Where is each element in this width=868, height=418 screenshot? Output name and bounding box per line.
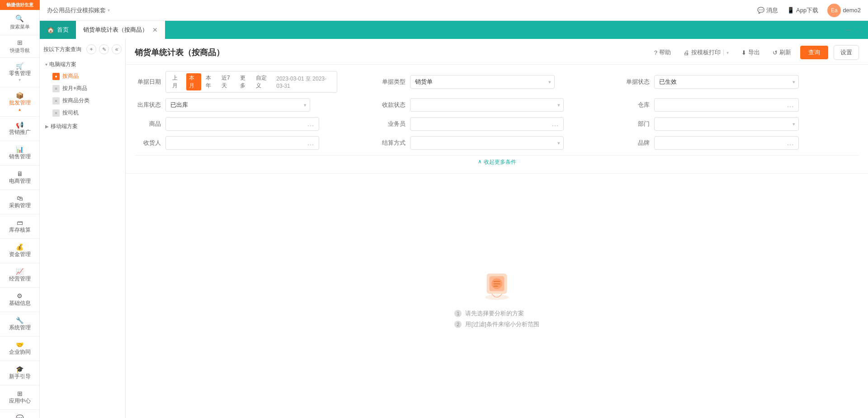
export-button[interactable]: ⬇ 导出: [738, 47, 764, 58]
stock-status-select[interactable]: 已出库: [165, 98, 310, 112]
date-more[interactable]: 更多: [238, 73, 251, 90]
app-download-label: App下载: [796, 6, 818, 14]
sidebar-item-app-center[interactable]: ⊞ 应用中心: [0, 385, 39, 410]
page-actions: ? 帮助 🖨 按模板打印 ▾ ⬇ 导出 ↺ 刷新: [651, 45, 859, 60]
sidebar-label: 企业协同: [9, 348, 31, 356]
sidebar-item-enterprise[interactable]: 🤝 企业协同: [0, 337, 39, 361]
query-button[interactable]: 查询: [800, 46, 828, 59]
sidebar-item-wholesale[interactable]: 📦 批发管理 ▴: [0, 87, 39, 117]
sidebar-item-retail[interactable]: 🛒 零售管理 ▾: [0, 58, 39, 87]
maximize-button[interactable]: ⛶: [855, 26, 863, 33]
date-filter[interactable]: 上月 本月 本年 近7天 更多 自定义 2023-03-01 至 2023-03…: [165, 71, 337, 93]
left-panel: 按以下方案查询 + ✎ « ▾ 电脑端方案 ● 按商品 ≡ 按月: [40, 39, 126, 418]
product-label: 商品: [135, 120, 165, 128]
sidebar: 畅捷信好生意 🔍 搜索菜单 ⊞ 快捷导航 🛒 零售管理 ▾ 📦 批发管理 ▴ 📢…: [0, 0, 40, 418]
filter-row-1: 单据日期 上月 本月 本年 近7天 更多 自定义 2023-03-01 至 20…: [135, 71, 859, 93]
brand-dots-icon[interactable]: …: [787, 139, 794, 147]
sidebar-item-operations[interactable]: 📈 经营管理: [0, 263, 39, 288]
sidebar-item-marketing[interactable]: 📢 营销推广: [0, 117, 39, 141]
date-custom[interactable]: 自定义: [254, 73, 272, 90]
sidebar-quick-nav[interactable]: ⊞ 快捷导航: [0, 35, 39, 58]
sidebar-label: 电商管理: [9, 177, 31, 185]
payment-method-label: 结算方式: [379, 139, 410, 147]
help-label: 帮助: [659, 48, 671, 57]
left-panel-icons: + ✎ «: [86, 44, 122, 54]
sidebar-label: 库存核算: [9, 226, 31, 234]
department-select[interactable]: [654, 117, 799, 131]
warehouse-label: 仓库: [623, 101, 654, 109]
salesperson-dots-icon[interactable]: …: [552, 120, 559, 128]
header-right: 💬 消息 📱 App下载 Ea demo2: [757, 4, 861, 17]
sidebar-item-finance[interactable]: 💰 资金管理: [0, 239, 39, 263]
sidebar-item-newbie[interactable]: 🎓 新手引导: [0, 361, 39, 385]
date-7days[interactable]: 近7天: [220, 73, 236, 90]
edit-scheme-button[interactable]: ✎: [99, 44, 109, 54]
sidebar-search[interactable]: 🔍 搜索菜单: [0, 10, 39, 35]
left-panel-title: 按以下方案查询: [43, 46, 81, 53]
main-content: 办公用品行业模拟账套 ▾ 💬 消息 📱 App下载 Ea demo2 🏠 首页: [40, 0, 868, 418]
stock-status-label: 出库状态: [135, 101, 165, 109]
print-button[interactable]: 🖨 按模板打印 ▾: [680, 47, 732, 58]
sidebar-item-basic[interactable]: ⚙ 基础信息: [0, 288, 39, 312]
svg-rect-4: [494, 281, 500, 282]
date-this-month[interactable]: 本月: [186, 73, 201, 90]
app-download-button[interactable]: 📱 App下载: [787, 6, 818, 14]
tree-arrow-right-icon: ▶: [45, 124, 49, 129]
sidebar-item-sales[interactable]: 📊 销售管理: [0, 141, 39, 166]
messages-button[interactable]: 💬 消息: [757, 6, 778, 14]
by-month-product-label: 按月+商品: [62, 85, 87, 92]
empty-tip-2: 2 用[过滤]条件来缩小分析范围: [454, 320, 539, 328]
export-icon: ⬇: [741, 49, 746, 56]
sidebar-item-purchase[interactable]: 🛍 采购管理: [0, 190, 39, 214]
refresh-button[interactable]: ↺ 刷新: [769, 47, 795, 58]
date-this-year[interactable]: 本年: [204, 73, 217, 90]
tab-sales-stats[interactable]: 销货单统计表（按商品） ✕: [76, 21, 165, 39]
tree-child-by-cashier[interactable]: ≡ 按司机: [43, 107, 122, 119]
industry-dropdown[interactable]: 办公用品行业模拟账套 ▾: [47, 6, 110, 14]
dropdown-arrow-icon: ▾: [108, 8, 110, 13]
tree-child-by-category[interactable]: ≡ 按商品分类: [43, 95, 122, 107]
tab-home[interactable]: 🏠 首页: [40, 21, 76, 39]
tree-child-by-product[interactable]: ● 按商品: [43, 70, 122, 82]
sidebar-item-system[interactable]: 🔧 系统管理: [0, 312, 39, 337]
filter-area: 单据日期 上月 本月 本年 近7天 更多 自定义 2023-03-01 至 20…: [126, 65, 868, 174]
help-button[interactable]: ? 帮助: [651, 47, 675, 58]
collapse-label: 收起更多条件: [484, 158, 516, 166]
left-panel-header: 按以下方案查询 + ✎ «: [43, 44, 122, 54]
tree-child-by-month-product[interactable]: ≡ 按月+商品: [43, 82, 122, 95]
search-label: 搜索菜单: [10, 24, 30, 30]
doctype-label: 单据类型: [379, 78, 410, 86]
basic-icon: ⚙: [17, 292, 23, 299]
by-month-product-icon: ≡: [52, 85, 60, 92]
settings-button[interactable]: 设置: [834, 45, 859, 60]
doctype-value: 销货单: [415, 78, 433, 86]
retail-icon: 🛒: [16, 62, 24, 70]
sidebar-item-wechat[interactable]: 💬 企业微信: [0, 410, 39, 418]
department-label: 部门: [623, 120, 654, 128]
tab-home-label: 首页: [57, 26, 69, 34]
sidebar-item-ecommerce[interactable]: 🖥 电商管理: [0, 166, 39, 190]
user-avatar[interactable]: Ea demo2: [827, 4, 861, 17]
tree-mobile-parent[interactable]: ▶ 移动端方案: [43, 121, 122, 132]
empty-illustration: [476, 263, 517, 304]
doctype-select[interactable]: 销货单: [410, 75, 555, 89]
messages-label: 消息: [766, 6, 778, 14]
sidebar-item-inventory[interactable]: 🗃 库存核算: [0, 214, 39, 239]
print-divider: [723, 49, 724, 56]
tip-num-2: 2: [454, 321, 462, 328]
minimize-button[interactable]: —: [844, 26, 852, 33]
department-select-wrap: ▾: [654, 117, 799, 131]
receiver-dots-icon[interactable]: …: [307, 139, 314, 147]
payment-method-select[interactable]: [410, 136, 564, 150]
date-last-month[interactable]: 上月: [170, 73, 184, 90]
add-scheme-button[interactable]: +: [86, 44, 96, 54]
collapse-panel-button[interactable]: «: [112, 44, 122, 54]
tab-bar: 🏠 首页 销货单统计表（按商品） ✕ — ⛶: [40, 21, 868, 39]
tree-desktop-parent[interactable]: ▾ 电脑端方案: [43, 59, 122, 70]
collapse-filters-button[interactable]: ∧ 收起更多条件: [135, 155, 859, 167]
product-dots-icon[interactable]: …: [307, 120, 314, 128]
payment-status-select[interactable]: [410, 98, 564, 112]
tab-close-icon[interactable]: ✕: [152, 26, 158, 33]
warehouse-dots-icon[interactable]: …: [787, 101, 794, 109]
docstatus-select[interactable]: 已生效: [654, 75, 799, 89]
